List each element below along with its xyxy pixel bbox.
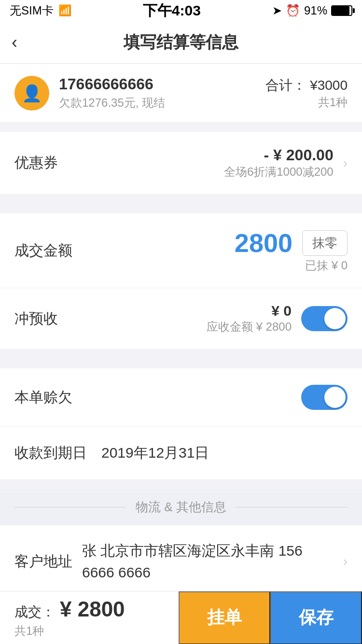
pre-receive-sub: 应收金额 ¥ 2800 — [207, 319, 292, 335]
avatar-icon: 👤 — [22, 84, 42, 103]
coupon-right: - ¥ 200.00 全场6折满1000减200 › — [224, 146, 348, 180]
toggle-knob — [324, 308, 346, 329]
location-icon: ➤ — [272, 4, 282, 17]
pre-receive-row: 冲预收 ¥ 0 应收金额 ¥ 2800 — [0, 288, 362, 349]
back-button[interactable]: ‹ — [12, 32, 17, 53]
round-button[interactable]: 抹零 — [302, 230, 348, 256]
coupon-sub: 全场6折满1000减200 — [224, 164, 334, 180]
customer-right: 合计： ¥3000 共1种 — [265, 76, 348, 110]
amount-sub: 已抹 ¥ 0 — [305, 258, 348, 273]
status-bar: 无SIM卡 📶 下午4:03 ➤ ⏰ 91% — [0, 0, 362, 21]
status-bar-right: ➤ ⏰ 91% — [272, 4, 352, 17]
amount-row: 成交金额 2800 抹零 已抹 ¥ 0 — [0, 213, 362, 288]
logistics-header: 物流 & 其他信息 — [0, 489, 362, 525]
amount-right: 2800 抹零 已抹 ¥ 0 — [235, 228, 348, 273]
avatar: 👤 — [14, 76, 49, 111]
customer-phone: 17666666666 — [59, 75, 165, 93]
logistics-label: 物流 & 其他信息 — [136, 499, 226, 516]
nav-header: ‹ 填写结算等信息 — [0, 21, 362, 64]
pre-receive-toggle[interactable] — [301, 306, 348, 331]
wifi-icon: 📶 — [58, 4, 71, 17]
customer-card: 👤 17666666666 欠款1276.35元, 现结 合计： ¥3000 共… — [0, 64, 362, 122]
debt-toggle[interactable] — [301, 385, 348, 410]
save-button[interactable]: 保存 — [270, 591, 362, 644]
bottom-summary: 成交： ¥ 2800 共1种 — [0, 597, 179, 639]
chevron-right-icon: › — [343, 155, 348, 171]
debt-label: 本单赊欠 — [14, 388, 72, 407]
divider-1 — [0, 204, 362, 213]
total-label: 合计： — [265, 78, 306, 93]
address-chevron-icon: › — [343, 554, 348, 569]
address-label: 客户地址 — [14, 552, 72, 572]
logistics-line-right — [236, 507, 348, 507]
divider-3 — [0, 479, 362, 489]
customer-left: 👤 17666666666 欠款1276.35元, 现结 — [14, 75, 165, 111]
alarm-icon: ⏰ — [286, 4, 300, 17]
debt-row: 本单赊欠 — [0, 368, 362, 427]
amount-label: 成交金额 — [14, 241, 72, 261]
coupon-value-wrap: - ¥ 200.00 全场6折满1000减200 — [224, 146, 334, 180]
carrier-label: 无SIM卡 — [10, 3, 54, 18]
battery-icon — [331, 5, 352, 16]
due-date-label: 收款到期日 — [14, 443, 87, 463]
pre-receive-right: ¥ 0 应收金额 ¥ 2800 — [207, 303, 348, 335]
total-count: 共1种 — [265, 95, 348, 110]
status-bar-time: 下午4:03 — [143, 1, 201, 21]
hold-button[interactable]: 挂单 — [179, 591, 270, 644]
amount-value: 2800 — [235, 228, 292, 258]
coupon-value: - ¥ 200.00 — [224, 146, 334, 164]
total-amount: ¥3000 — [310, 78, 348, 93]
deal-count: 共1种 — [14, 623, 164, 639]
due-date-value: 2019年12月31日 — [101, 443, 209, 463]
status-bar-left: 无SIM卡 📶 — [10, 3, 71, 18]
bottom-bar: 成交： ¥ 2800 共1种 挂单 保存 — [0, 591, 362, 644]
content: 👤 17666666666 欠款1276.35元, 现结 合计： ¥3000 共… — [0, 64, 362, 644]
battery-label: 91% — [304, 4, 327, 17]
page-title: 填写结算等信息 — [124, 31, 238, 54]
address-row[interactable]: 客户地址 张 北京市市辖区海淀区永丰南 156 6666 6666 › — [0, 525, 362, 598]
coupon-label: 优惠券 — [14, 153, 58, 173]
coupon-row[interactable]: 优惠券 - ¥ 200.00 全场6折满1000减200 › — [0, 132, 362, 194]
total-label-line: 合计： ¥3000 — [265, 76, 348, 95]
logistics-line-left — [14, 507, 126, 507]
due-date-row: 收款到期日 2019年12月31日 — [0, 427, 362, 479]
pre-receive-value: ¥ 0 — [207, 303, 292, 319]
customer-info: 17666666666 欠款1276.35元, 现结 — [59, 75, 165, 111]
pre-receive-label: 冲预收 — [14, 309, 58, 329]
deal-amount: ¥ 2800 — [60, 597, 125, 621]
deal-label: 成交： — [14, 603, 55, 621]
customer-debt: 欠款1276.35元, 现结 — [59, 95, 165, 111]
battery-fill — [332, 6, 349, 15]
amount-top: 2800 抹零 — [235, 228, 348, 258]
pre-receive-value-wrap: ¥ 0 应收金额 ¥ 2800 — [207, 303, 292, 335]
divider-2 — [0, 359, 362, 368]
amount-section: 成交金额 2800 抹零 已抹 ¥ 0 冲预收 ¥ 0 应收金额 ¥ 2800 — [0, 213, 362, 349]
deal-label-wrap: 成交： ¥ 2800 — [14, 597, 164, 621]
address-value: 张 北京市市辖区海淀区永丰南 156 6666 6666 — [82, 540, 334, 583]
coupon-section: 优惠券 - ¥ 200.00 全场6折满1000减200 › — [0, 132, 362, 194]
debt-toggle-knob — [324, 387, 346, 408]
